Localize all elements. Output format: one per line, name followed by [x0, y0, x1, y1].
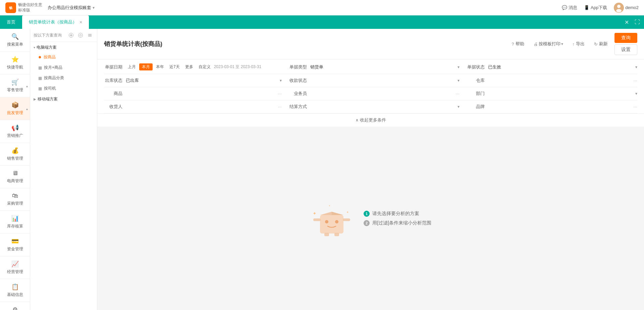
- filter-section: 单据日期 上月 本月 本年 近7天 更多 自定义 2023-03-01 至 20…: [97, 59, 644, 126]
- payment-control[interactable]: ▾: [310, 104, 460, 109]
- date-tab-this-month[interactable]: 本月: [139, 63, 153, 70]
- search-icon: 🔍: [11, 33, 19, 40]
- svg-rect-21: [334, 233, 339, 236]
- salesperson-control[interactable]: ···: [310, 91, 460, 96]
- out-status-control[interactable]: 已出库 ▾: [126, 78, 282, 84]
- panel-item-by-month-product[interactable]: ▦ 按月+商品: [30, 62, 97, 73]
- message-icon: 💬: [562, 5, 567, 10]
- status-control[interactable]: 已生效 ▾: [488, 64, 637, 70]
- sidebar: 🔍 搜索菜单 ⭐ 快捷导航 🛒 零售管理 ▴ 📦 批发管理 ▴ 📢 营销推广 💰…: [0, 29, 30, 310]
- app-selector[interactable]: 办公用品行业模拟账套 ▾: [45, 3, 97, 12]
- sidebar-item-ecom[interactable]: 🖥 电商管理: [0, 166, 30, 188]
- warehouse-control[interactable]: ···: [488, 78, 637, 83]
- sidebar-item-search[interactable]: 🔍 搜索菜单: [0, 29, 30, 52]
- panel-item-by-category[interactable]: ▦ 按商品分类: [30, 73, 97, 83]
- sidebar-item-inventory[interactable]: 📊 库存核算: [0, 211, 30, 234]
- user-menu[interactable]: demo2: [614, 3, 639, 13]
- department-dropdown: ▾: [635, 91, 637, 96]
- filter-salesperson-cell: 业务员 ···: [282, 91, 460, 100]
- tab-fullscreen-button[interactable]: ⛶: [633, 18, 641, 26]
- sidebar-item-system[interactable]: ⚙ 系统管理: [0, 302, 30, 310]
- help-icon: ?: [512, 42, 514, 47]
- type-label: 单据类型: [288, 64, 310, 70]
- date-tab-more[interactable]: 更多: [183, 63, 195, 70]
- sidebar-item-basic[interactable]: 📋 基础信息: [0, 279, 30, 302]
- print-icon: 🖨: [534, 42, 538, 47]
- filter-status-cell: 单据状态 已生效 ▾: [460, 63, 637, 74]
- receiver-control[interactable]: ···: [126, 104, 282, 109]
- date-tab-last-month[interactable]: 上月: [126, 63, 138, 70]
- filter-row-2: 出库状态 已出库 ▾ 收款状态 ▾ 仓库: [97, 74, 644, 87]
- top-header: 畅 畅捷信好生意 标准版 办公用品行业模拟账套 ▾ 💬 消息 📱 App下载: [0, 0, 644, 15]
- svg-text:✦: ✦: [313, 211, 317, 216]
- empty-text: 1 请先选择要分析的方案 2 用[过滤]条件来缩小分析范围: [364, 211, 431, 226]
- help-button[interactable]: ? 帮助: [509, 40, 527, 48]
- panel-collapse-button[interactable]: [86, 32, 94, 39]
- tab-bar-actions: ✕ ⛶: [623, 18, 644, 26]
- export-button[interactable]: ↑ 导出: [570, 40, 588, 48]
- panel-pc-section[interactable]: ▾ 电脑端方案: [30, 42, 97, 52]
- settings-button[interactable]: 设置: [614, 44, 637, 55]
- date-tab-7days[interactable]: 近7天: [167, 63, 182, 70]
- panel-icons: [67, 32, 94, 39]
- type-control[interactable]: 销货单 ▾: [310, 64, 460, 70]
- filter-warehouse-cell: 仓库 ···: [460, 78, 637, 87]
- out-status-value: 已出库: [126, 78, 139, 84]
- purchase-icon: 🛍: [12, 192, 18, 199]
- panel-grid-icon-2: ▦: [38, 76, 42, 81]
- date-tab-this-year[interactable]: 本年: [154, 63, 166, 70]
- filter-brand-cell: 品牌 ···: [460, 104, 637, 113]
- panel-settings-button[interactable]: [77, 32, 84, 39]
- tab-home[interactable]: 首页: [0, 15, 22, 29]
- tab-bar: 首页 销货单统计表（按商品） × ✕ ⛶: [0, 15, 644, 29]
- empty-illustration: ✦ ✦ ✦: [310, 200, 354, 237]
- sidebar-item-wholesale[interactable]: 📦 批发管理 ▴: [0, 97, 30, 120]
- sidebar-item-purchase[interactable]: 🛍 采购管理: [0, 188, 30, 211]
- type-value: 销货单: [310, 64, 323, 70]
- star-icon: ⭐: [11, 56, 19, 63]
- panel-item-by-product[interactable]: ● 按商品: [30, 52, 97, 62]
- empty-step-1: 1 请先选择要分析的方案: [364, 211, 431, 217]
- app-download-button[interactable]: 📱 App下载: [584, 5, 607, 11]
- panel-mobile-section[interactable]: ▶ 移动端方案: [30, 94, 97, 103]
- filter-payment-cell: 结算方式 ▾: [282, 104, 460, 113]
- page-title: 销货单统计表(按商品): [104, 40, 162, 48]
- date-tab-custom[interactable]: 自定义: [197, 63, 213, 70]
- sidebar-item-operation[interactable]: 📈 经营管理: [0, 256, 30, 279]
- svg-rect-18: [313, 218, 321, 221]
- step1-text: 请先选择要分析的方案: [372, 211, 419, 217]
- brand-control[interactable]: ···: [488, 104, 637, 109]
- tab-close-button[interactable]: ✕: [623, 18, 631, 26]
- svg-point-4: [616, 9, 622, 12]
- pay-status-control[interactable]: ▾: [310, 78, 460, 83]
- svg-marker-14: [320, 212, 332, 215]
- tab-report[interactable]: 销货单统计表（按商品） ×: [22, 15, 89, 29]
- sidebar-item-finance[interactable]: 💳 资金管理: [0, 234, 30, 256]
- department-control[interactable]: ▾: [488, 91, 637, 96]
- sidebar-item-sales[interactable]: 💰 销售管理: [0, 143, 30, 166]
- sidebar-item-retail[interactable]: 🛒 零售管理 ▴: [0, 74, 30, 97]
- collapse-button[interactable]: ∧ 收起更多条件: [97, 113, 644, 126]
- step1-icon: 1: [364, 211, 370, 217]
- header-right: 💬 消息 📱 App下载 demo2: [562, 3, 639, 13]
- svg-rect-13: [320, 215, 343, 234]
- filter-type-cell: 单据类型 销货单 ▾: [282, 63, 460, 74]
- print-button[interactable]: 🖨 按模板打印 ▾: [531, 40, 566, 48]
- tab-close-icon[interactable]: ×: [79, 20, 82, 24]
- page-header: 销货单统计表(按商品) ? 帮助 🖨 按模板打印 ▾ ↑: [97, 29, 644, 59]
- avatar: [614, 3, 624, 13]
- sidebar-item-marketing[interactable]: 📢 营销推广: [0, 120, 30, 143]
- refresh-button[interactable]: ↻ 刷新: [591, 40, 610, 48]
- product-control[interactable]: ···: [126, 91, 282, 96]
- sidebar-item-shortcut[interactable]: ⭐ 快捷导航: [0, 52, 30, 74]
- header-left: 畅 畅捷信好生意 标准版 办公用品行业模拟账套 ▾: [5, 2, 97, 13]
- step2-icon: 2: [364, 220, 370, 226]
- salesperson-dots: ···: [455, 91, 460, 96]
- inventory-icon: 📊: [11, 215, 19, 222]
- panel-add-button[interactable]: [67, 32, 75, 39]
- message-button[interactable]: 💬 消息: [562, 5, 577, 11]
- status-value: 已生效: [488, 64, 501, 70]
- panel-item-by-counter[interactable]: ▦ 按司机: [30, 83, 97, 94]
- query-button[interactable]: 查询: [614, 33, 637, 43]
- page-actions: ? 帮助 🖨 按模板打印 ▾ ↑ 导出 ↻: [509, 33, 637, 55]
